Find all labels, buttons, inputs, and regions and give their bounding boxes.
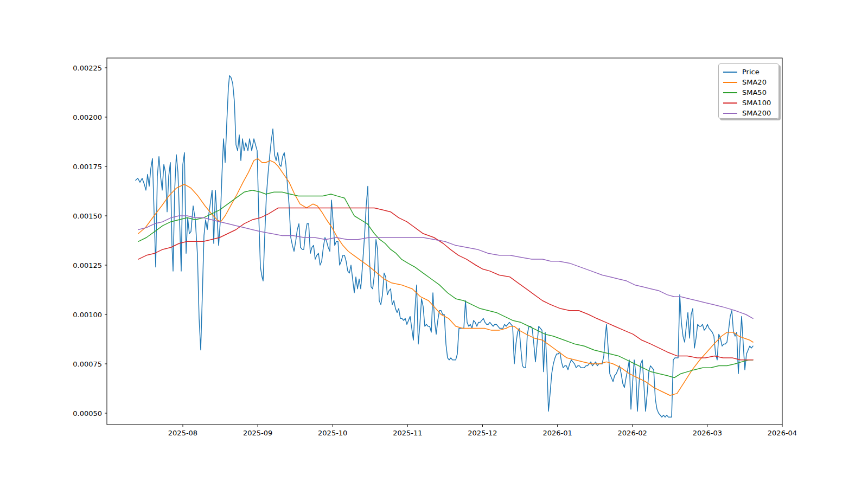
y-tick-label: 0.00050 bbox=[73, 409, 102, 418]
x-tick-label: 2025-12 bbox=[468, 429, 497, 437]
sma100-line-swatch-icon bbox=[723, 102, 737, 104]
legend-entry: SMA20 bbox=[723, 77, 774, 87]
x-tick-label: 2025-11 bbox=[393, 429, 422, 437]
legend: Price SMA20 SMA50 SMA100 SMA200 bbox=[718, 63, 779, 119]
sma50-line bbox=[138, 190, 753, 378]
legend-label-sma200: SMA200 bbox=[742, 108, 771, 118]
y-tick-label: 0.00225 bbox=[73, 64, 102, 72]
y-tick-label: 0.00200 bbox=[73, 113, 102, 121]
legend-label-price: Price bbox=[742, 67, 760, 77]
legend-label-sma100: SMA100 bbox=[742, 98, 771, 108]
legend-label-sma20: SMA20 bbox=[742, 77, 767, 87]
y-tick-label: 0.00175 bbox=[73, 163, 102, 171]
x-tick-label: 2026-04 bbox=[768, 429, 797, 437]
x-tick-label: 2026-02 bbox=[618, 429, 647, 437]
x-tick-label: 2025-09 bbox=[243, 429, 272, 437]
price-line-swatch-icon bbox=[723, 72, 737, 73]
x-tick-label: 2026-01 bbox=[542, 429, 572, 437]
y-tick-label: 0.00125 bbox=[73, 261, 102, 269]
x-tick-label: 2025-10 bbox=[318, 429, 347, 437]
sma20-line bbox=[138, 158, 753, 395]
x-tick-label: 2026-03 bbox=[693, 429, 722, 437]
legend-entry: Price bbox=[723, 67, 774, 77]
legend-entry: SMA100 bbox=[723, 98, 774, 108]
y-tick-label: 0.00100 bbox=[73, 311, 102, 319]
sma200-line-swatch-icon bbox=[723, 113, 737, 114]
legend-entry: SMA50 bbox=[723, 87, 774, 98]
y-tick-label: 0.00075 bbox=[73, 360, 102, 368]
y-tick-label: 0.00150 bbox=[73, 212, 102, 220]
figure: 2025-082025-092025-102025-112025-122026-… bbox=[0, 0, 868, 488]
sma50-line-swatch-icon bbox=[723, 92, 737, 93]
sma200-line bbox=[138, 216, 753, 318]
legend-entry: SMA200 bbox=[723, 108, 774, 118]
sma20-line-swatch-icon bbox=[723, 82, 737, 83]
x-tick-label: 2025-08 bbox=[168, 429, 197, 437]
price-line bbox=[136, 76, 753, 418]
legend-label-sma50: SMA50 bbox=[742, 87, 767, 98]
